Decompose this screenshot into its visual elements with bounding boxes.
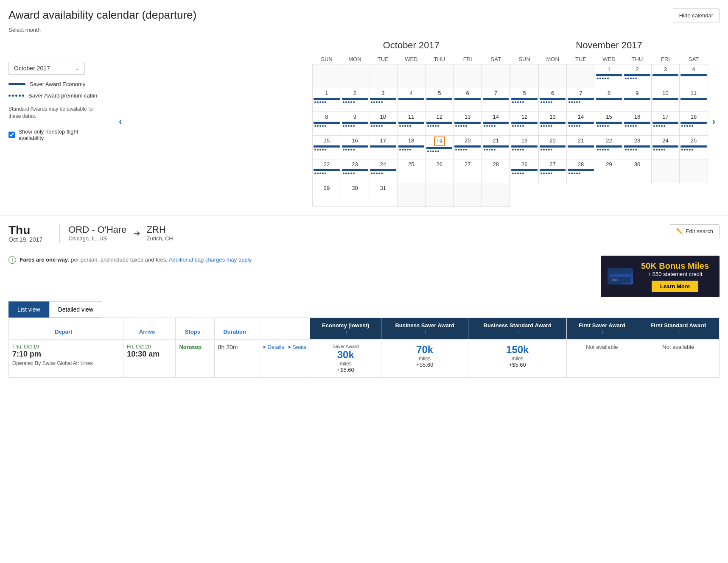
cal-cell[interactable]: 1: [313, 88, 341, 112]
cal-cell[interactable]: 31: [369, 183, 397, 207]
month-dropdown[interactable]: October 2017 ⌄: [8, 62, 85, 75]
cal-cell[interactable]: 28: [482, 159, 510, 183]
cal-cell[interactable]: 19: [426, 136, 454, 159]
edit-search-button[interactable]: ✏️ Edit search: [670, 224, 720, 238]
stops-sort-icon[interactable]: ↕: [203, 330, 205, 334]
cal-cell[interactable]: 25: [680, 136, 708, 159]
availability-dots: [426, 150, 452, 153]
cal-cell[interactable]: 17: [651, 112, 679, 136]
cal-cell[interactable]: 6: [454, 88, 482, 112]
cal-cell[interactable]: 20: [538, 136, 566, 159]
cal-cell[interactable]: 23: [341, 159, 369, 183]
cal-cell[interactable]: 2: [341, 88, 369, 112]
first-saver-sort-icon[interactable]: ↕: [602, 330, 604, 334]
cal-cell[interactable]: 14: [482, 112, 510, 136]
promo-learn-more-button[interactable]: Learn More: [652, 281, 698, 292]
cal-cell[interactable]: 15: [595, 112, 623, 136]
cal-cell[interactable]: 14: [567, 112, 595, 136]
availability-dots: [454, 125, 480, 127]
cal-cell[interactable]: 18: [680, 112, 708, 136]
cal-cell[interactable]: 25: [397, 159, 425, 183]
cal-cell[interactable]: 16: [623, 112, 651, 136]
cal-cell[interactable]: 22: [595, 136, 623, 159]
cal-cell[interactable]: 11: [680, 88, 708, 112]
cal-cell[interactable]: 11: [397, 112, 425, 136]
cal-cell[interactable]: 13: [454, 112, 482, 136]
cal-cell[interactable]: 12: [510, 112, 538, 136]
cal-cell[interactable]: 9: [341, 112, 369, 136]
duration-sort-icon[interactable]: ↕: [249, 330, 251, 334]
economy-award-type: Saver Award: [314, 344, 378, 349]
cal-cell[interactable]: 10: [369, 112, 397, 136]
business-standard-sort-icon[interactable]: ↕: [517, 330, 519, 334]
cal-cell[interactable]: 30: [341, 183, 369, 207]
cal-cell[interactable]: 23: [623, 136, 651, 159]
cal-cell[interactable]: 28: [567, 159, 595, 183]
cal-cell[interactable]: 8: [313, 112, 341, 136]
cal-cell[interactable]: 10: [651, 88, 679, 112]
cal-cell[interactable]: 27: [538, 159, 566, 183]
cal-cell[interactable]: 17: [369, 136, 397, 159]
cal-cell[interactable]: 16: [341, 136, 369, 159]
cal-cell[interactable]: 21: [567, 136, 595, 159]
cal-cell[interactable]: 4: [397, 88, 425, 112]
date-number: 6: [465, 89, 471, 97]
bag-charges-link[interactable]: Additional bag charges may apply.: [169, 256, 253, 263]
hide-calendar-button[interactable]: Hide calendar: [673, 8, 720, 22]
promo-card-image: VISA: [608, 268, 633, 284]
availability-dot: [543, 173, 545, 174]
first-standard-sort-icon[interactable]: ↕: [678, 330, 680, 334]
cal-cell[interactable]: 19: [510, 136, 538, 159]
availability-dot: [437, 151, 439, 152]
cal-cell[interactable]: 4: [680, 64, 708, 88]
availability-bar: [426, 147, 452, 149]
availability-bar: [370, 169, 396, 171]
duration-value: 8h 20m: [218, 344, 238, 351]
cal-cell[interactable]: 6: [538, 88, 566, 112]
cal-cell[interactable]: 27: [454, 159, 482, 183]
list-view-tab[interactable]: List view: [8, 301, 49, 318]
nonstop-checkbox[interactable]: [8, 131, 15, 138]
economy-cell[interactable]: Saver Award 30k miles +$5.60: [310, 340, 381, 378]
cal-cell[interactable]: 26: [426, 159, 454, 183]
cal-cell[interactable]: 5: [510, 88, 538, 112]
depart-sort-icon[interactable]: ↕: [75, 330, 77, 334]
cal-cell[interactable]: 24: [369, 159, 397, 183]
cal-cell[interactable]: 7: [482, 88, 510, 112]
cal-cell[interactable]: 9: [623, 88, 651, 112]
cal-cell[interactable]: 13: [538, 112, 566, 136]
prev-month-button[interactable]: ‹: [115, 116, 126, 127]
cal-cell[interactable]: 21: [482, 136, 510, 159]
business-saver-sort-icon[interactable]: ↕: [424, 330, 426, 334]
cal-cell[interactable]: 29: [313, 183, 341, 207]
cal-cell[interactable]: 22: [313, 159, 341, 183]
cal-cell[interactable]: 7: [567, 88, 595, 112]
cal-cell[interactable]: 29: [595, 159, 623, 183]
cal-cell[interactable]: 18: [397, 136, 425, 159]
economy-sort-icon[interactable]: ↕: [345, 330, 347, 334]
details-link[interactable]: Details: [263, 344, 284, 350]
cal-cell[interactable]: 3: [369, 88, 397, 112]
cal-cell[interactable]: 1: [595, 64, 623, 88]
availability-dot: [599, 125, 601, 127]
cal-cell[interactable]: 8: [595, 88, 623, 112]
cal-cell[interactable]: 3: [651, 64, 679, 88]
arrive-sort-icon[interactable]: ↕: [158, 330, 160, 334]
cal-cell[interactable]: 26: [510, 159, 538, 183]
cal-cell[interactable]: 24: [651, 136, 679, 159]
business-saver-cell[interactable]: 70k miles +$5.60: [381, 340, 468, 378]
cal-cell[interactable]: 12: [426, 112, 454, 136]
cal-cell[interactable]: 20: [454, 136, 482, 159]
cal-cell[interactable]: 15: [313, 136, 341, 159]
availability-dots: [342, 172, 368, 175]
seats-link[interactable]: Seats: [288, 344, 306, 350]
availability-dot: [602, 149, 604, 151]
detailed-view-tab[interactable]: Detailed view: [49, 301, 102, 318]
next-month-button[interactable]: ›: [708, 116, 720, 127]
business-standard-cell[interactable]: 150k miles +$5.60: [468, 340, 567, 378]
cal-cell[interactable]: 5: [426, 88, 454, 112]
date-number: 1: [606, 65, 612, 73]
cal-cell[interactable]: 2: [623, 64, 651, 88]
cal-cell[interactable]: 30: [623, 159, 651, 183]
availability-dot: [543, 101, 545, 103]
